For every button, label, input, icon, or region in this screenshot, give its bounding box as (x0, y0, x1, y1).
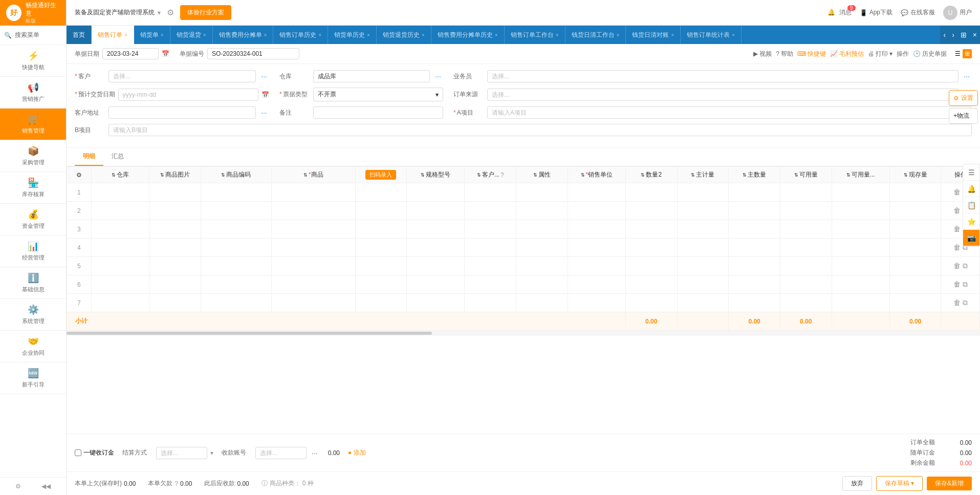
sidebar-item-marketing[interactable]: 📢 营销推广 (0, 77, 66, 109)
quick-payment-input[interactable] (75, 449, 81, 456)
th-available2[interactable]: ⇅可用量... (832, 167, 889, 183)
tab-close-icon-12[interactable]: × (732, 32, 735, 38)
tab-next-btn[interactable]: › (949, 26, 957, 44)
right-tool-star[interactable]: ⭐ (963, 213, 979, 230)
warehouse-more-icon[interactable]: ··· (433, 72, 443, 80)
sidebar-collapse-icon[interactable]: ◀◀ (41, 483, 51, 490)
print-btn[interactable]: 🖨 打印 ▾ (868, 50, 892, 58)
sidebar-item-finance[interactable]: 💰 资金管理 (0, 204, 66, 235)
online-service-btn[interactable]: 💬 在线客服 (901, 8, 935, 17)
row-1-spec[interactable] (407, 183, 465, 202)
th-attr[interactable]: ⇅属性 (516, 167, 568, 183)
customer-more-icon[interactable]: ··· (259, 72, 269, 80)
add-payment-btn[interactable]: ● 添加 (348, 448, 366, 457)
help-icon-debt[interactable]: ? (175, 480, 178, 487)
row-6-copy-icon[interactable]: ⧉ (963, 280, 968, 289)
address-more-icon[interactable]: ··· (259, 109, 269, 117)
table-scrollbar-thumb[interactable] (67, 332, 432, 335)
tab-close-icon-5[interactable]: × (318, 32, 321, 38)
payment-method-input[interactable] (156, 447, 207, 459)
tab-close-icon-7[interactable]: × (422, 32, 425, 38)
customer-input[interactable] (108, 70, 256, 82)
th-product[interactable]: ⇅*商品 (272, 167, 356, 183)
sidebar-item-operations[interactable]: 📊 经营管理 (0, 235, 66, 267)
tab-close-icon-3[interactable]: × (203, 32, 206, 38)
row-1-delete-icon[interactable]: 🗑 (953, 188, 961, 197)
row-2-main-unit[interactable] (677, 202, 729, 220)
row-1-product[interactable] (272, 183, 356, 202)
th-code[interactable]: ⇅商品编码 (201, 167, 271, 183)
row-1-unit[interactable] (568, 183, 625, 202)
add-material-btn[interactable]: +物流 (949, 108, 978, 124)
remark-input[interactable] (313, 106, 443, 119)
tab-expense-hist[interactable]: 销售费用分摊单历史 × (431, 26, 505, 44)
tab-close-icon-11[interactable]: × (671, 32, 674, 38)
warehouse-input[interactable] (313, 70, 430, 82)
row-1-main-qty[interactable] (729, 183, 780, 202)
tab-close-icon-6[interactable]: × (367, 32, 370, 38)
row-2-spec[interactable] (407, 202, 465, 220)
discard-button[interactable]: 放弃 (842, 476, 872, 491)
topbar-gear-icon[interactable]: ⚙ (167, 8, 174, 17)
notification-bell[interactable]: 🔔 9 消息 (827, 8, 851, 17)
preview-btn[interactable]: ▶ 视频 (753, 50, 772, 58)
row-7-delete-icon[interactable]: 🗑 (953, 298, 961, 307)
settings-float-btn[interactable]: ⚙ 设置 (949, 90, 978, 106)
row-2-available2[interactable] (832, 202, 889, 220)
th-main-unit[interactable]: ⇅主计量 (677, 167, 729, 183)
number-input[interactable] (207, 48, 299, 59)
tab-goods-hist[interactable]: 销货单历史 × (328, 26, 377, 44)
order-source-input[interactable] (487, 89, 959, 101)
row-2-scan[interactable] (355, 202, 407, 220)
row-2-warehouse[interactable] (91, 202, 149, 220)
solution-button[interactable]: 体验行业方案 (180, 5, 231, 20)
tab-sales-order-hist[interactable]: 销售订单历史 × (273, 26, 328, 44)
save-new-button[interactable]: 保存&新增 (927, 477, 972, 490)
tab-sales-return[interactable]: 销货退货 × (170, 26, 213, 44)
sidebar-item-base-info[interactable]: ℹ️ 基础信息 (0, 267, 66, 299)
tab-sales-goods[interactable]: 销货单 × (134, 26, 170, 44)
delivery-cal-icon[interactable]: 📅 (262, 91, 269, 98)
th-qty2[interactable]: ⇅数量2 (625, 167, 677, 183)
th-spec[interactable]: ⇅规格型号 (407, 167, 465, 183)
row-3-warehouse[interactable] (91, 220, 149, 239)
row-5-delete-icon[interactable]: 🗑 (953, 262, 961, 270)
date-input[interactable] (102, 48, 159, 59)
invoice-type-select[interactable]: 不开票 ▾ (313, 88, 443, 101)
b-project-input[interactable] (108, 124, 972, 136)
row-2-main-qty[interactable] (729, 202, 780, 220)
tab-close-all-btn[interactable]: × (970, 26, 980, 44)
tab-order-report[interactable]: 销售订单统计表 × (681, 26, 742, 44)
right-tool-clipboard[interactable]: 📋 (963, 197, 979, 213)
row-2-image[interactable] (149, 202, 201, 220)
th-scan[interactable]: 扫码录入 (355, 167, 407, 183)
tab-sales-order[interactable]: 销售订单 × (92, 26, 134, 44)
row-1-scan[interactable] (355, 183, 407, 202)
payment-method-arrow[interactable]: ▾ (210, 449, 213, 457)
sales-rep-input[interactable] (487, 70, 959, 82)
right-tool-notification[interactable]: 🔔 (963, 181, 979, 197)
row-7-copy-icon[interactable]: ⧉ (963, 298, 968, 307)
row-2-attr[interactable] (516, 202, 568, 220)
th-available[interactable]: ⇅可用量 (780, 167, 832, 183)
row-6-delete-icon[interactable]: 🗑 (953, 280, 961, 289)
save-draft-button[interactable]: 保存草稿 ▾ (876, 476, 923, 491)
tab-close-icon-4[interactable]: × (264, 32, 267, 38)
sidebar-item-system[interactable]: ⚙️ 系统管理 (0, 299, 66, 331)
right-tool-list[interactable]: ☰ (963, 164, 979, 181)
row-1-code[interactable] (201, 183, 271, 202)
sidebar-item-cooperation[interactable]: 🤝 企业协同 (0, 331, 66, 362)
th-customer-code[interactable]: ⇅客户...? (465, 167, 516, 183)
profit-btn[interactable]: 📈 毛利预估 (830, 50, 864, 58)
account-more-icon[interactable]: ··· (310, 449, 320, 457)
delivery-date-input[interactable] (118, 89, 258, 101)
row-1-customer-code[interactable] (465, 183, 516, 202)
row-1-stock[interactable] (889, 183, 941, 202)
tab-sales-expense[interactable]: 销售费用分摊单 × (213, 26, 274, 44)
sidebar-gear-icon[interactable]: ⚙ (15, 483, 21, 490)
sidebar-item-sales[interactable]: 🛒 销售管理 (0, 109, 66, 140)
quick-payment-checkbox[interactable]: 一键收订金 (75, 448, 114, 457)
tab-expand-btn[interactable]: ⊞ (957, 26, 970, 44)
shortcuts-btn[interactable]: ⌨ 快捷键 (797, 50, 826, 58)
sales-rep-more-icon[interactable]: ··· (962, 72, 972, 80)
